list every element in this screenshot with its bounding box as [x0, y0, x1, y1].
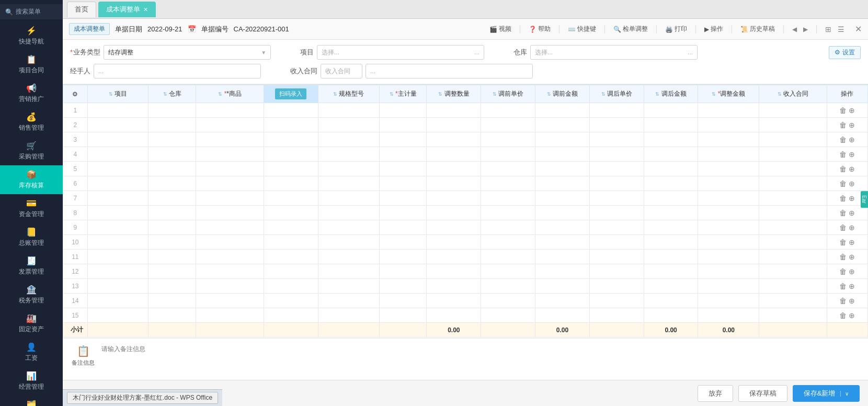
col-post-amount-header[interactable]: ⇅ 调后金额 — [644, 85, 698, 103]
operate-action[interactable]: ▶ 操作 — [704, 25, 723, 33]
sidebar-item-tax[interactable]: 🏦 税务管理 — [0, 280, 63, 309]
prev-arrow[interactable]: ◀ — [792, 26, 797, 33]
copy-row-icon[interactable]: ⊕ — [849, 136, 855, 144]
review-action[interactable]: 🔍 检单调整 — [613, 25, 648, 33]
delete-row-icon[interactable]: 🗑 — [839, 238, 847, 246]
col-settings-header[interactable]: ⚙ — [63, 85, 88, 103]
subtotal-col2 — [87, 323, 149, 337]
delete-row-icon[interactable]: 🗑 — [839, 194, 847, 202]
sidebar-item-payroll[interactable]: 👤 工资 — [0, 338, 63, 367]
sidebar-item-marketing[interactable]: 📢 营销推广 — [0, 79, 63, 108]
delete-row-icon[interactable]: 🗑 — [839, 179, 847, 188]
grid-view-icon[interactable]: ⊞ — [825, 25, 831, 33]
copy-row-icon[interactable]: ⊕ — [849, 267, 855, 276]
remarks-input[interactable] — [101, 343, 861, 374]
col-project-header[interactable]: ⇅ 项目 — [87, 85, 149, 103]
delete-row-icon[interactable]: 🗑 — [839, 165, 847, 173]
num-label: 单据编号 — [201, 25, 229, 34]
copy-row-icon[interactable]: ⊕ — [849, 121, 855, 129]
shortcut-action[interactable]: ⌨️ 快捷键 — [568, 25, 596, 33]
delete-row-icon[interactable]: 🗑 — [839, 106, 847, 115]
col-post-price-header[interactable]: ⇅ 调后单价 — [589, 85, 644, 103]
save-new-button[interactable]: 保存&新增 ∨ — [793, 385, 860, 402]
help-action[interactable]: ❓ 帮助 — [529, 25, 551, 33]
row-13-post-price — [589, 279, 644, 294]
sidebar-item-quick-nav[interactable]: ⚡ 快捷导航 — [0, 21, 63, 50]
col-product-header[interactable]: ⇅ **商品 — [196, 85, 264, 103]
payroll-icon: 👤 — [26, 342, 37, 352]
dropdown-arrow-icon[interactable]: ∨ — [840, 391, 849, 397]
sidebar-item-fixed-assets[interactable]: 🏭 固定资产 — [0, 309, 63, 338]
copy-row-icon[interactable]: ⊕ — [849, 238, 855, 246]
income-contract-type-input[interactable]: 收入合同 — [321, 64, 362, 78]
copy-row-icon[interactable]: ⊕ — [849, 282, 855, 290]
close-window-btn[interactable]: ✕ — [855, 24, 862, 34]
copy-row-icon[interactable]: ⊕ — [849, 223, 855, 232]
row-13-project — [87, 279, 149, 294]
table-container[interactable]: ⚙ ⇅ 项目 ⇅ 仓库 ⇅ **商品 — [63, 84, 868, 338]
copy-row-icon[interactable]: ⊕ — [849, 179, 855, 188]
col-unit-header[interactable]: ⇅ *主计量 — [379, 85, 427, 103]
next-arrow[interactable]: ▶ — [803, 26, 808, 33]
settings-button[interactable]: ⚙ 设置 — [829, 46, 861, 59]
list-view-icon[interactable]: ☰ — [838, 25, 844, 33]
col-pre-amount-header[interactable]: ⇅ 调前金额 — [535, 85, 590, 103]
right-float-btn[interactable]: Ear — [861, 191, 868, 208]
copy-row-icon[interactable]: ⊕ — [849, 106, 855, 115]
scan-button[interactable]: 扫码录入 — [275, 88, 306, 99]
delete-row-icon[interactable]: 🗑 — [839, 121, 847, 129]
delete-row-icon[interactable]: 🗑 — [839, 253, 847, 261]
sidebar-item-project-contract[interactable]: 📋 项目合同 — [0, 50, 63, 79]
income-contract-input[interactable]: ... — [366, 64, 533, 78]
col-warehouse-header[interactable]: ⇅ 仓库 — [149, 85, 196, 103]
warehouse-input[interactable]: 选择... ... — [530, 45, 698, 60]
delete-row-icon[interactable]: 🗑 — [839, 282, 847, 290]
copy-row-icon[interactable]: ⊕ — [849, 150, 855, 159]
sidebar-item-invoice[interactable]: 🧾 发票管理 — [0, 252, 63, 280]
save-draft-button[interactable]: 保存草稿 — [738, 385, 787, 402]
copy-row-icon[interactable]: ⊕ — [849, 209, 855, 217]
sidebar-item-sales[interactable]: 💰 销售管理 — [0, 108, 63, 137]
sidebar-item-procurement[interactable]: 🛒 采购管理 — [0, 137, 63, 165]
col-spec-header[interactable]: ⇅ 规格型号 — [318, 85, 379, 103]
delete-row-icon[interactable]: 🗑 — [839, 297, 847, 305]
delete-row-icon[interactable]: 🗑 — [839, 150, 847, 159]
col-adjust-amount-header[interactable]: ⇅ *调整金额 — [698, 85, 759, 103]
col-qty-header[interactable]: ⇅ 调整数量 — [427, 85, 481, 103]
row-3-product — [196, 132, 264, 147]
discard-button[interactable]: 放弃 — [698, 385, 733, 402]
operate-label: 操作 — [711, 25, 723, 33]
row-5-action: 🗑 ⊕ — [827, 162, 867, 176]
delete-row-icon[interactable]: 🗑 — [839, 267, 847, 276]
sidebar-item-basic-info[interactable]: 🗂️ 基础信息 — [0, 396, 63, 406]
history-action[interactable]: 📜 历史草稿 — [740, 25, 775, 33]
copy-row-icon[interactable]: ⊕ — [849, 194, 855, 202]
delete-row-icon[interactable]: 🗑 — [839, 223, 847, 232]
tab-home[interactable]: 首页 — [67, 2, 96, 17]
business-type-input[interactable]: 结存调整 ▼ — [104, 45, 271, 60]
col-income-contract-header[interactable]: ⇅ 收入合同 — [759, 85, 827, 103]
col-pre-price-header[interactable]: ⇅ 调前单价 — [481, 85, 535, 103]
sidebar-item-inventory[interactable]: 📦 库存核算 — [0, 165, 63, 194]
view-action[interactable]: 🎬 视频 — [489, 25, 511, 33]
tab-close-btn[interactable]: ✕ — [143, 6, 148, 13]
copy-row-icon[interactable]: ⊕ — [849, 297, 855, 305]
sidebar-item-finance[interactable]: 💳 资金管理 — [0, 194, 63, 223]
col-scan-header[interactable]: 扫码录入 — [264, 85, 318, 103]
delete-row-icon[interactable]: 🗑 — [839, 209, 847, 217]
agent-input[interactable]: ... — [94, 64, 261, 78]
copy-row-icon[interactable]: ⊕ — [849, 253, 855, 261]
wps-bar-item[interactable]: 木门行业好业财处理方案-墨红红.doc - WPS Office — [67, 392, 218, 404]
delete-row-icon[interactable]: 🗑 — [839, 311, 847, 320]
sidebar-item-operations[interactable]: 📊 经营管理 — [0, 367, 63, 396]
row-2-adjust-amount — [698, 118, 759, 132]
copy-row-icon[interactable]: ⊕ — [849, 311, 855, 320]
tab-cost-adjustment[interactable]: 成本调整单 ✕ — [98, 2, 156, 17]
copy-row-icon[interactable]: ⊕ — [849, 165, 855, 173]
sidebar-search[interactable]: 🔍 搜索菜单 — [0, 4, 63, 19]
print-action[interactable]: 🖨️ 打印 — [665, 25, 687, 33]
content-window: 成本调整单 单据日期 2022-09-21 📅 单据编号 CA-20220921… — [63, 19, 868, 380]
delete-row-icon[interactable]: 🗑 — [839, 136, 847, 144]
sidebar-item-ledger[interactable]: 📒 总账管理 — [0, 223, 63, 252]
project-input[interactable]: 选择... ... — [317, 45, 484, 60]
